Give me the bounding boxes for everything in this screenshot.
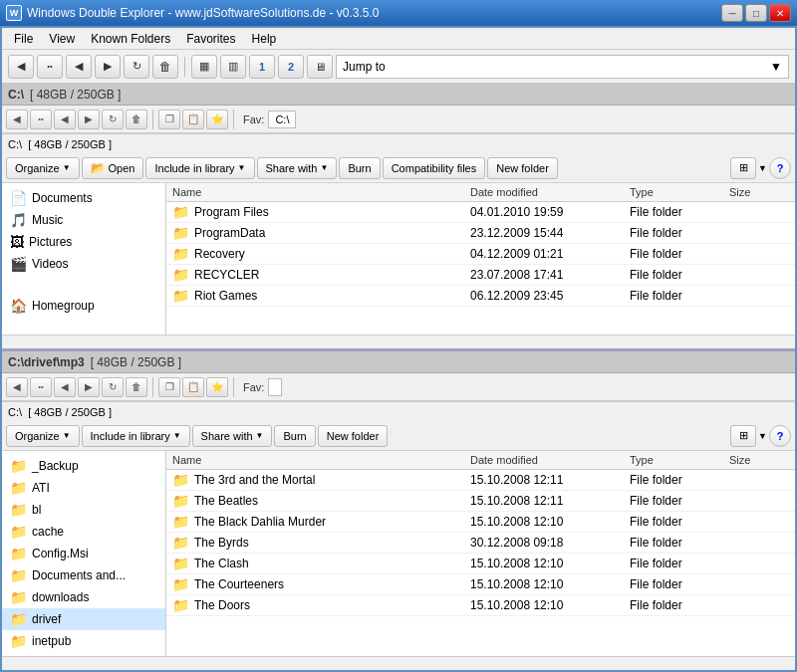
lower-delete[interactable]: 🗑 [126,377,147,397]
upper-view-arrow[interactable]: ▼ [758,163,767,173]
lower-back2[interactable]: ◀ [54,377,76,397]
upper-nav-music[interactable]: 🎵 Music [2,209,165,231]
lower-nav-backup[interactable]: 📁 _Backup [2,455,165,477]
lower-nav-ati[interactable]: 📁 ATI [2,477,165,499]
menu-known-folders[interactable]: Known Folders [83,30,178,48]
upper-file-row-4[interactable]: 📁 Riot Games 06.12.2009 23:45 File folde… [166,286,795,307]
upper-new-folder-btn[interactable]: New folder [487,157,558,179]
pane-btn2[interactable]: 2 [278,55,304,79]
lower-new-folder-btn[interactable]: New folder [318,425,389,447]
lower-refresh[interactable]: ↻ [102,377,124,397]
upper-share-btn[interactable]: Share with ▼ [257,157,338,179]
back-button[interactable]: ◀ [8,55,34,79]
lower-nav-documents[interactable]: 📁 Documents and... [2,564,165,586]
upper-organize-btn[interactable]: Organize ▼ [6,157,80,179]
jump-to-combo[interactable]: Jump to ▼ [336,55,789,79]
upper-nav-homegroup[interactable]: 🏠 Homegroup [2,295,165,317]
upper-delete[interactable]: 🗑 [126,110,147,129]
toolbar-separator [184,57,185,77]
upper-file-row-3[interactable]: 📁 RECYCLER 23.07.2008 17:41 File folder [166,265,795,286]
menu-favorites[interactable]: Favorites [178,30,243,48]
upper-h-scroll[interactable] [2,335,795,348]
upper-include-library-btn[interactable]: Include in library ▼ [145,157,254,179]
upper-compat-btn[interactable]: Compatibility files [383,157,486,179]
monitor-btn[interactable]: 🖥 [307,55,333,79]
upper-paste[interactable]: 📋 [182,110,204,129]
upper-col-date[interactable]: Date modified [470,186,630,198]
upper-fwd2[interactable]: ▶ [78,110,100,129]
view-btn1[interactable]: ▦ [191,55,217,79]
maximize-button[interactable]: □ [745,4,767,22]
lower-file-row-0[interactable]: 📁 The 3rd and the Mortal 15.10.2008 12:1… [166,470,795,491]
lower-view-btn[interactable]: ⊞ [730,425,756,447]
lower-file-row-6[interactable]: 📁 The Doors 15.10.2008 12:10 File folder [166,595,795,616]
pane-btn1[interactable]: 1 [249,55,275,79]
upper-col-type[interactable]: Type [630,186,729,198]
upper-nav-pictures[interactable]: 🖼 Pictures [2,231,165,253]
lower-star[interactable]: ⭐ [206,377,228,397]
upper-nav-videos[interactable]: 🎬 Videos [2,253,165,275]
upper-col-size[interactable]: Size [729,186,789,198]
lower-nav-configmsi[interactable]: 📁 Config.Msi [2,543,165,564]
lower-file-type-3: File folder [630,536,729,550]
lower-nav-back[interactable]: ◀ [6,377,28,397]
lower-file-row-3[interactable]: 📁 The Byrds 30.12.2008 09:18 File folder [166,533,795,554]
upper-help-btn[interactable]: ? [769,157,791,179]
delete-button[interactable]: 🗑 [152,55,178,79]
lower-file-row-1[interactable]: 📁 The Beatles 15.10.2008 12:11 File fold… [166,491,795,512]
nav-back[interactable]: ◀ [66,55,92,79]
lower-col-name[interactable]: Name [172,454,470,466]
upper-star[interactable]: ⭐ [206,110,228,129]
lower-nav-inetpub[interactable]: 📁 inetpub [2,630,165,652]
lower-nav-downloads[interactable]: 📁 downloads [2,586,165,608]
lower-view-arrow[interactable]: ▼ [758,431,767,441]
lower-h-scroll[interactable] [2,656,795,670]
lower-help-btn[interactable]: ? [769,425,791,447]
lower-nav-dots[interactable]: •• [30,377,52,397]
lower-nav-documents-label: Documents and... [32,568,126,582]
menu-file[interactable]: File [6,30,41,48]
upper-view-btn[interactable]: ⊞ [730,157,756,179]
upper-open-btn[interactable]: 📂 Open [82,157,144,179]
upper-file-list[interactable]: Name Date modified Type Size 📁 Program F… [166,183,795,335]
upper-file-type-4: File folder [630,289,729,303]
upper-fav-box[interactable]: C:\ [268,111,296,128]
upper-nav-dots[interactable]: •• [30,110,52,129]
lower-file-row-4[interactable]: 📁 The Clash 15.10.2008 12:10 File folder [166,554,795,574]
lower-paste[interactable]: 📋 [182,377,204,397]
lower-nav-cache-label: cache [32,525,64,539]
lower-organize-btn[interactable]: Organize ▼ [6,425,80,447]
upper-back2[interactable]: ◀ [54,110,76,129]
lower-col-date[interactable]: Date modified [470,454,630,466]
nav-forward[interactable]: ▶ [95,55,121,79]
upper-burn-btn[interactable]: Burn [339,157,380,179]
upper-file-row-2[interactable]: 📁 Recovery 04.12.2009 01:21 File folder [166,244,795,265]
lower-col-type[interactable]: Type [630,454,729,466]
lower-fwd2[interactable]: ▶ [78,377,100,397]
close-button[interactable]: ✕ [769,4,791,22]
lower-copy[interactable]: ❐ [158,377,180,397]
lower-nav-drivef[interactable]: 📁 drivef [2,608,165,630]
upper-refresh[interactable]: ↻ [102,110,124,129]
lower-fav-box[interactable] [268,378,282,396]
minimize-button[interactable]: ─ [721,4,743,22]
lower-burn-btn[interactable]: Burn [274,425,315,447]
lower-include-library-btn[interactable]: Include in library ▼ [82,425,190,447]
upper-file-row-1[interactable]: 📁 ProgramData 23.12.2009 15:44 File fold… [166,223,795,244]
view-btn2[interactable]: ▥ [220,55,246,79]
lower-file-row-2[interactable]: 📁 The Black Dahlia Murder 15.10.2008 12:… [166,512,795,533]
upper-copy[interactable]: ❐ [158,110,180,129]
lower-file-list[interactable]: Name Date modified Type Size 📁 The 3rd a… [166,451,795,656]
refresh-button[interactable]: ↻ [124,55,149,79]
lower-file-row-5[interactable]: 📁 The Courteeners 15.10.2008 12:10 File … [166,574,795,595]
upper-nav-back[interactable]: ◀ [6,110,28,129]
menu-help[interactable]: Help [244,30,285,48]
lower-nav-cache[interactable]: 📁 cache [2,521,165,543]
lower-nav-bl[interactable]: 📁 bl [2,499,165,521]
lower-col-size[interactable]: Size [729,454,789,466]
menu-view[interactable]: View [41,30,83,48]
lower-share-btn[interactable]: Share with ▼ [192,425,273,447]
upper-nav-documents[interactable]: 📄 Documents [2,187,165,209]
upper-col-name[interactable]: Name [172,186,470,198]
upper-file-row-0[interactable]: 📁 Program Files 04.01.2010 19:59 File fo… [166,202,795,223]
